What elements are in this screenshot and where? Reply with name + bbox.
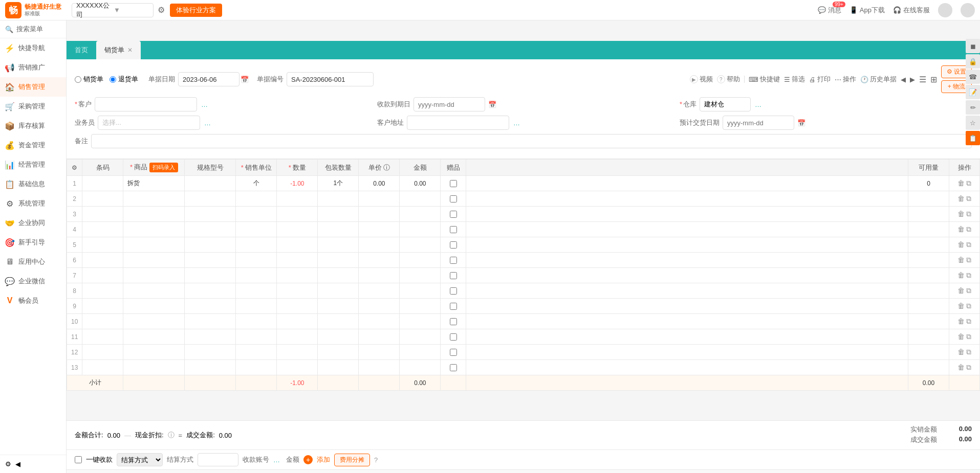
customer-addr-dots[interactable]: … [513,119,520,127]
next-btn[interactable]: ▶ [910,76,915,83]
cell-unit[interactable] [236,253,277,268]
cell-unit[interactable] [236,314,277,329]
expected-date-input[interactable] [723,116,794,130]
copy-row-button[interactable]: ⧉ [966,194,971,203]
cell-product[interactable] [123,222,185,237]
cell-pkg[interactable] [318,222,359,237]
right-btn-5[interactable]: ✏ [966,100,980,115]
sidebar-item-finance[interactable]: 💰 资金管理 [0,136,66,155]
cell-amount[interactable] [400,345,441,360]
sidebar-item-appstore[interactable]: 🖥 应用中心 [0,252,66,272]
cell-qty[interactable] [277,345,318,360]
company-selector[interactable]: XXXXXX公司 ▼ [72,3,154,17]
cell-qty[interactable] [277,207,318,222]
copy-row-button[interactable]: ⧉ [966,256,971,264]
cell-barcode[interactable] [82,253,123,268]
copy-row-button[interactable]: ⧉ [966,302,971,310]
cell-pkg[interactable] [318,237,359,253]
cell-qty[interactable] [277,360,318,375]
sidebar-item-enterprise[interactable]: 🤝 企业协同 [0,213,66,233]
gift-checkbox[interactable] [450,333,457,341]
sidebar-collapse-icon[interactable]: ◀ [15,460,20,468]
cell-amount[interactable] [400,222,441,237]
cell-barcode[interactable] [82,207,123,222]
copy-row-button[interactable]: ⧉ [966,332,971,341]
gift-checkbox[interactable] [450,211,457,218]
print-btn[interactable]: 🖨 打印 [809,75,831,84]
gift-checkbox[interactable] [450,257,457,264]
delete-row-button[interactable]: 🗑 [957,179,965,187]
cell-amount[interactable] [400,299,441,314]
scan-button[interactable]: 扫码录入 [149,163,178,172]
cell-barcode[interactable] [82,283,123,299]
cell-barcode[interactable] [82,314,123,329]
cell-unit[interactable]: 个 [236,176,277,191]
cell-barcode[interactable] [82,222,123,237]
cell-unit[interactable] [236,222,277,237]
cell-product[interactable] [123,345,185,360]
cell-price[interactable] [359,360,400,375]
cell-amount[interactable] [400,191,441,207]
cell-gift[interactable] [441,222,466,237]
cell-spec[interactable] [185,222,236,237]
copy-row-button[interactable]: ⧉ [966,271,971,280]
cell-amount[interactable] [400,253,441,268]
cell-gift[interactable] [441,253,466,268]
cell-price[interactable] [359,314,400,329]
customer-dots[interactable]: … [201,101,208,108]
cell-amount[interactable] [400,329,441,345]
avatar[interactable] [938,3,952,17]
cell-gift[interactable] [441,268,466,283]
right-btn-1[interactable]: ◼ [966,39,980,53]
cell-gift[interactable] [441,283,466,299]
expected-date-calendar-icon[interactable]: 📅 [797,119,805,127]
gift-checkbox[interactable] [450,287,457,295]
copy-row-button[interactable]: ⧉ [966,363,971,372]
cell-gift[interactable] [441,191,466,207]
cell-spec[interactable] [185,237,236,253]
gift-checkbox[interactable] [450,180,457,187]
sidebar-gear-icon[interactable]: ⚙ [5,460,11,468]
copy-row-button[interactable]: ⧉ [966,317,971,326]
cell-product[interactable] [123,314,185,329]
copy-row-button[interactable]: ⧉ [966,240,971,249]
cell-price[interactable] [359,237,400,253]
delete-row-button[interactable]: 🗑 [957,286,965,295]
delete-row-button[interactable]: 🗑 [957,332,965,341]
tab-home[interactable]: 首页 [67,41,96,59]
cell-price[interactable] [359,283,400,299]
remark-input[interactable] [91,134,972,148]
radio-return[interactable]: 退货单 [110,75,138,84]
cell-product[interactable] [123,329,185,345]
cell-spec[interactable] [185,207,236,222]
video-btn[interactable]: ▶ 视频 [690,75,713,84]
cell-barcode[interactable] [82,345,123,360]
cell-price[interactable]: 0.00 [359,176,400,191]
tab-close-icon[interactable]: ✕ [127,47,133,54]
cell-barcode[interactable] [82,176,123,191]
cell-qty[interactable] [277,299,318,314]
settings-icon[interactable]: ⚙ [158,5,165,15]
cell-qty[interactable] [277,329,318,345]
history-btn[interactable]: 🕐 历史单据 [860,75,897,84]
warehouse-input[interactable]: 建材仓 [700,97,751,111]
cell-unit[interactable] [236,268,277,283]
service-button[interactable]: 🎧 在线客服 [893,6,930,15]
cell-qty[interactable] [277,237,318,253]
cell-gift[interactable] [441,207,466,222]
cell-barcode[interactable] [82,329,123,345]
cell-gift[interactable] [441,299,466,314]
cell-gift[interactable] [441,360,466,375]
avatar2[interactable] [961,3,975,17]
sidebar-item-guide[interactable]: 🎯 新手引导 [0,233,66,252]
cell-product[interactable] [123,283,185,299]
radio-sales[interactable]: 销货单 [75,75,103,84]
delete-row-button[interactable]: 🗑 [957,194,965,202]
cell-spec[interactable] [185,268,236,283]
cell-pkg[interactable] [318,207,359,222]
warehouse-dots[interactable]: … [755,101,761,108]
expense-button[interactable]: 费用分摊 [334,454,370,466]
cell-barcode[interactable] [82,191,123,207]
cell-amount[interactable] [400,360,441,375]
customer-input[interactable] [95,97,197,111]
